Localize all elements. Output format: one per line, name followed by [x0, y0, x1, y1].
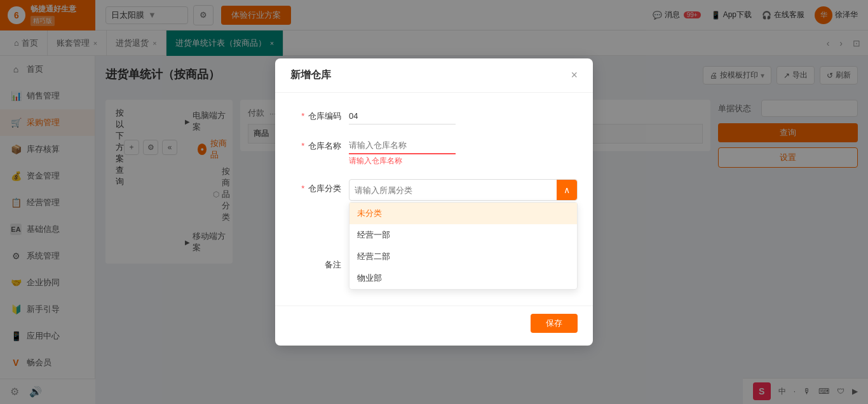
form-row-name: * 仓库名称 请输入仓库名称 — [290, 137, 578, 166]
name-error-message: 请输入仓库名称 — [349, 156, 402, 165]
required-star-name: * — [301, 141, 304, 151]
modal-overlay: 新增仓库 × * 仓库编码 * 仓库名称 — [0, 0, 868, 404]
save-button[interactable]: 保存 — [531, 314, 578, 333]
name-input[interactable] — [349, 137, 456, 154]
name-input-wrap — [349, 137, 578, 154]
name-row-inner: * 仓库名称 — [290, 137, 578, 154]
name-label: * 仓库名称 — [290, 140, 341, 152]
modal-body: * 仓库编码 * 仓库名称 — [275, 93, 593, 306]
name-error-row: 请输入仓库名称 — [349, 156, 402, 166]
dropdown-ops1-label: 经营一部 — [357, 230, 390, 239]
code-input-wrap — [349, 108, 578, 125]
form-row-code: * 仓库编码 — [290, 108, 578, 125]
modal-header: 新增仓库 × — [275, 58, 593, 93]
category-input[interactable] — [349, 182, 557, 199]
category-field-wrap: ∧ 未分类 经营一部 经营二部 物业部 — [349, 179, 578, 201]
modal-footer: 保存 — [275, 306, 593, 346]
dropdown-item-property[interactable]: 物业部 — [349, 267, 577, 289]
required-star-category: * — [301, 184, 304, 193]
dropdown-item-ops1[interactable]: 经营一部 — [349, 224, 577, 246]
code-input[interactable] — [349, 108, 456, 125]
dropdown-uncategorized-label: 未分类 — [357, 208, 382, 218]
dropdown-item-uncategorized[interactable]: 未分类 — [349, 203, 577, 224]
dropdown-item-ops2[interactable]: 经营二部 — [349, 246, 577, 267]
dropdown-property-label: 物业部 — [357, 273, 382, 283]
category-label: * 仓库分类 — [290, 179, 341, 194]
dropdown-ops2-label: 经营二部 — [357, 252, 390, 261]
category-input-wrap: ∧ — [349, 179, 578, 201]
notes-label: 备注 — [290, 259, 341, 271]
modal-close-button[interactable]: × — [571, 69, 578, 82]
category-dropdown: 未分类 经营一部 经营二部 物业部 — [349, 202, 578, 290]
required-star-code: * — [301, 111, 304, 121]
add-warehouse-modal: 新增仓库 × * 仓库编码 * 仓库名称 — [275, 58, 593, 346]
code-label: * 仓库编码 — [290, 111, 341, 122]
modal-title: 新增仓库 — [290, 69, 331, 82]
category-arrow-button[interactable]: ∧ — [557, 180, 577, 200]
form-row-category: * 仓库分类 ∧ 未分类 经营一部 — [290, 179, 578, 201]
